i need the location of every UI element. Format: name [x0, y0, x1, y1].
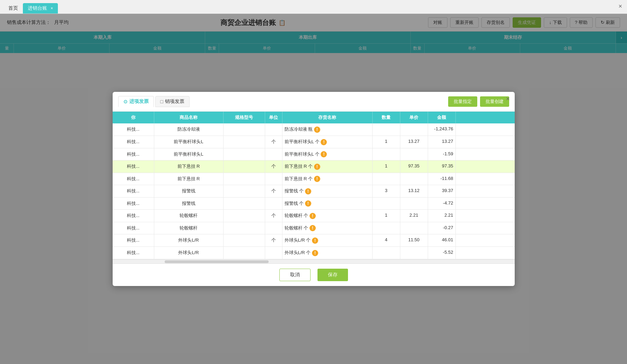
cell-quantity	[373, 173, 400, 185]
cell-product-name: 外球头L/R	[154, 234, 224, 246]
cell-unit: 个	[265, 136, 282, 148]
cell-unit: 个	[265, 185, 282, 197]
main-area: 销售成本计算方法： 月平均 商贸企业进销台账 📋 对账 重新开账 存货别名 生成…	[0, 14, 627, 364]
cell-amount: 97.35	[428, 161, 456, 173]
batch-assign-button[interactable]: 批量指定	[448, 96, 477, 107]
cell-spec	[224, 136, 265, 148]
table-row: 科技... 外球头L/R 外球头L/R 个 ! -5.52	[113, 247, 515, 259]
cell-quantity: 1	[373, 136, 400, 148]
cell-amount: -11.68	[428, 173, 456, 185]
cell-product-name: 前平衡杆球头L	[154, 148, 224, 161]
cell-unit-price	[400, 148, 428, 161]
cell-product-name: 前下悬挂 R	[154, 161, 224, 173]
cell-inventory-name: 前平衡杆球头L 个 !	[282, 136, 373, 148]
modal-table-body: 科技... 防冻冷却液 防冻冷却液 瓶 ! -1,243.76 科技... 前平…	[113, 123, 515, 259]
cell-spec	[224, 173, 265, 185]
table-row: 科技... 前平衡杆球头L 前平衡杆球头L 个 ! -1.59	[113, 148, 515, 161]
warning-icon: !	[314, 164, 320, 170]
cell-unit: 个	[265, 161, 282, 173]
cell-product-name: 报警线	[154, 198, 224, 210]
cell-inventory-name: 轮毂螺杆 个 !	[282, 222, 373, 234]
cell-unit-price: 11.50	[400, 234, 428, 246]
cell-inventory-name: 前平衡杆球头L 个 !	[282, 148, 373, 161]
modal-overlay: ⊙ 进项发票 □ 销项发票 批量指定 批量创建 × 你 商品名称 规格型号 单位	[0, 14, 627, 364]
cell-unit	[265, 198, 282, 210]
cell-inventory-name: 轮毂螺杆 个 !	[282, 210, 373, 222]
cell-product-name: 轮毂螺杆	[154, 210, 224, 222]
cell-company: 科技...	[113, 234, 154, 246]
tab-close-icon[interactable]: ×	[51, 6, 53, 11]
cell-company: 科技...	[113, 136, 154, 148]
modal-scrollbar-thumb[interactable]	[165, 260, 269, 263]
cell-quantity	[373, 198, 400, 210]
save-button[interactable]: 保存	[317, 269, 348, 281]
cell-unit	[265, 173, 282, 185]
cell-quantity: 4	[373, 234, 400, 246]
warning-icon: !	[314, 176, 320, 182]
warning-icon: !	[305, 188, 311, 194]
modal-scrollbar[interactable]	[113, 259, 515, 263]
modal-dialog: ⊙ 进项发票 □ 销项发票 批量指定 批量创建 × 你 商品名称 规格型号 单位	[113, 92, 515, 286]
cell-company: 科技...	[113, 247, 154, 259]
cell-quantity	[373, 148, 400, 161]
tab-home[interactable]: 首页	[3, 3, 23, 14]
cell-spec	[224, 222, 265, 234]
col-unit: 单位	[265, 112, 282, 123]
cell-company: 科技...	[113, 123, 154, 136]
cell-inventory-name: 报警线 个 !	[282, 185, 373, 197]
cell-unit	[265, 247, 282, 259]
cell-quantity	[373, 247, 400, 259]
cancel-button[interactable]: 取消	[279, 269, 311, 281]
cell-company: 科技...	[113, 198, 154, 210]
cell-company: 科技...	[113, 185, 154, 197]
table-row: 科技... 轮毂螺杆 轮毂螺杆 个 ! -0.27	[113, 222, 515, 235]
cell-product-name: 前平衡杆球头L	[154, 136, 224, 148]
cell-amount: 39.37	[428, 185, 456, 197]
batch-create-button[interactable]: 批量创建	[480, 96, 509, 107]
warning-icon: !	[312, 250, 318, 256]
cell-amount: 46.01	[428, 234, 456, 246]
cell-product-name: 报警线	[154, 185, 224, 197]
cell-product-name: 防冻冷却液	[154, 123, 224, 136]
tab-purchase-invoice[interactable]: ⊙ 进项发票	[118, 96, 154, 107]
warning-icon: !	[310, 225, 316, 231]
warning-icon: !	[314, 127, 320, 133]
cell-unit-price	[400, 247, 428, 259]
col-inventory-name: 存货名称	[282, 112, 373, 123]
warning-icon: !	[312, 237, 318, 244]
cell-inventory-name: 前下悬挂 R 个 !	[282, 173, 373, 185]
cell-unit	[265, 222, 282, 234]
cell-amount: -0.27	[428, 222, 456, 234]
cell-spec	[224, 247, 265, 259]
modal-footer: 取消 保存	[113, 263, 515, 286]
cell-spec	[224, 210, 265, 222]
cell-product-name: 外球头L/R	[154, 247, 224, 259]
cell-unit-price: 13.12	[400, 185, 428, 197]
cell-quantity: 1	[373, 161, 400, 173]
cell-unit-price	[400, 123, 428, 136]
cell-unit-price	[400, 222, 428, 234]
tab-sales-invoice[interactable]: □ 销项发票	[155, 96, 190, 107]
col-company: 你	[113, 112, 154, 123]
cell-unit-price: 2.21	[400, 210, 428, 222]
cell-quantity: 1	[373, 210, 400, 222]
cell-company: 科技...	[113, 148, 154, 161]
table-row: 科技... 报警线 报警线 个 ! -4.72	[113, 198, 515, 210]
cell-company: 科技...	[113, 161, 154, 173]
table-row: 科技... 轮毂螺杆 个 轮毂螺杆 个 ! 1 2.21 2.21	[113, 210, 515, 222]
cell-unit	[265, 123, 282, 136]
cell-company: 科技...	[113, 210, 154, 222]
global-close-button[interactable]: ×	[618, 3, 622, 10]
cell-spec	[224, 123, 265, 136]
cell-spec	[224, 185, 265, 197]
modal-close-button[interactable]: ×	[506, 95, 510, 103]
cell-quantity: 3	[373, 185, 400, 197]
cell-quantity	[373, 222, 400, 234]
tab-ledger[interactable]: 进销台账 ×	[23, 3, 58, 14]
cell-amount: -5.52	[428, 247, 456, 259]
col-amount: 金额	[428, 112, 456, 123]
table-row: 科技... 报警线 个 报警线 个 ! 3 13.12 39.37	[113, 185, 515, 198]
cell-quantity	[373, 123, 400, 136]
cell-unit: 个	[265, 234, 282, 246]
cell-inventory-name: 前下悬挂 R 个 !	[282, 161, 373, 173]
